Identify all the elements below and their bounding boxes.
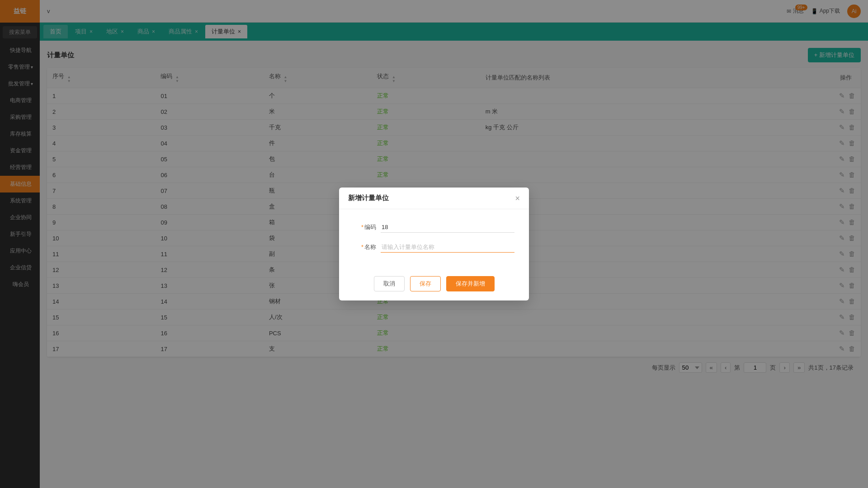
cancel-button[interactable]: 取消 [374,276,405,291]
required-mark-code: * [361,224,363,230]
form-row-code: *编码 [354,222,514,233]
modal-footer: 取消 保存 保存并新增 [339,271,529,300]
modal-close-button[interactable]: × [515,194,520,202]
modal-header: 新增计量单位 × [339,188,529,209]
save-and-new-button[interactable]: 保存并新增 [446,276,495,291]
code-label: *编码 [354,223,381,231]
modal-body: *编码 *名称 [339,209,529,271]
save-button[interactable]: 保存 [410,276,441,291]
form-row-name: *名称 [354,242,514,253]
required-mark-name: * [361,244,363,250]
name-label: *名称 [354,243,381,251]
add-measure-unit-modal: 新增计量单位 × *编码 *名称 取消 保存 保存并新增 [339,188,529,300]
code-input[interactable] [381,222,514,233]
modal-overlay: 新增计量单位 × *编码 *名称 取消 保存 保存并新增 [0,0,868,488]
modal-title: 新增计量单位 [348,194,389,202]
name-input[interactable] [381,242,514,253]
